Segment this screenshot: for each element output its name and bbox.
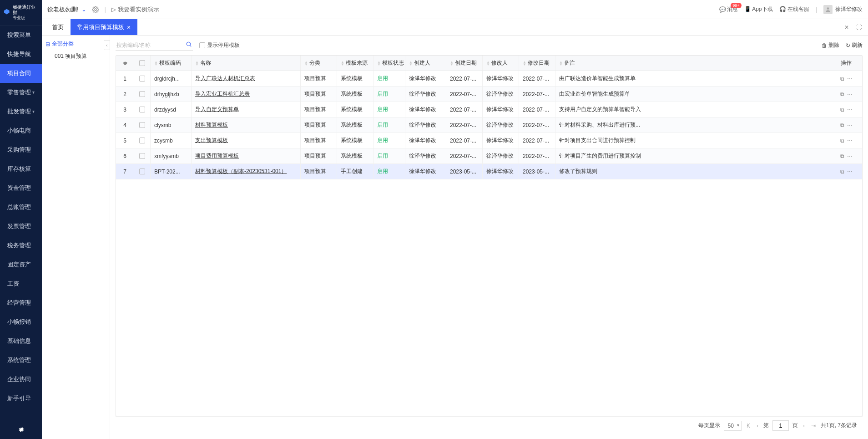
- close-tab-icon[interactable]: ×: [127, 24, 131, 31]
- row-name-link[interactable]: 材料预算模板（副本-20230531-001）: [192, 164, 301, 179]
- sidebar-item-14[interactable]: 经营管理: [0, 293, 42, 312]
- category-root[interactable]: ⊟ 全部分类: [45, 40, 106, 48]
- row-name-link[interactable]: 导入广联达人材机汇总表: [192, 71, 301, 86]
- col-cdate[interactable]: ▲▼创建日期: [446, 56, 483, 71]
- close-all-tabs-icon[interactable]: ✕: [843, 22, 851, 32]
- sidebar-item-17[interactable]: 系统管理: [0, 351, 42, 370]
- page-input[interactable]: [772, 420, 789, 431]
- category-item[interactable]: 001 项目预算: [45, 48, 106, 60]
- sidebar-item-7[interactable]: 库存核算: [0, 159, 42, 179]
- customer-service-button[interactable]: 🎧 在线客服: [779, 5, 809, 13]
- sidebar-item-1[interactable]: 快捷导航: [0, 45, 42, 64]
- view-icon[interactable]: ⧉: [840, 122, 844, 128]
- tabs: 首页 常用项目预算模板 × ✕ ⛶: [42, 19, 868, 36]
- col-status[interactable]: ▲▼模板状态: [373, 56, 405, 71]
- row-note: 支持用户自定义的预算单智能导入: [555, 102, 830, 117]
- view-icon[interactable]: ⧉: [840, 168, 844, 175]
- row-checkbox[interactable]: [134, 133, 151, 148]
- more-icon[interactable]: ⋯: [847, 168, 853, 175]
- tab-home[interactable]: 首页: [45, 19, 71, 35]
- row-category: 项目预算: [301, 71, 337, 86]
- col-settings[interactable]: [116, 56, 134, 71]
- org-selector[interactable]: 徐老板勿删! ⌄: [47, 5, 86, 14]
- col-select-all[interactable]: [134, 56, 151, 71]
- more-icon[interactable]: ⋯: [847, 91, 853, 97]
- sidebar-item-0[interactable]: 搜索菜单: [0, 26, 42, 45]
- app-download-button[interactable]: 📱 App下载: [744, 5, 773, 13]
- row-checkbox[interactable]: [134, 117, 151, 133]
- demo-link[interactable]: ▷ 我要看实例演示: [111, 5, 159, 14]
- page-summary: 共1页, 7条记录: [821, 422, 857, 429]
- table-row[interactable]: 2drhygljhzb导入宏业工料机汇总表项目预算系统模板启用徐泽华修改2022…: [116, 87, 862, 102]
- col-code[interactable]: ▲▼模板编码: [151, 56, 192, 71]
- messages-button[interactable]: 💬 消息 99+: [719, 5, 738, 13]
- view-icon[interactable]: ⧉: [840, 107, 844, 113]
- row-modifier: 徐泽华修改: [483, 164, 519, 179]
- more-icon[interactable]: ⋯: [847, 76, 853, 82]
- col-note[interactable]: ▲▼备注: [555, 56, 830, 71]
- table-row[interactable]: 4clysmb材料预算模板项目预算系统模板启用徐泽华修改2022-07-...徐…: [116, 117, 862, 133]
- prev-page-button[interactable]: ‹: [755, 423, 760, 429]
- search-input[interactable]: [116, 40, 193, 51]
- expand-icon[interactable]: ⛶: [854, 22, 863, 32]
- row-name-link[interactable]: 项目费用预算模板: [192, 148, 301, 163]
- row-category: 项目预算: [301, 117, 337, 133]
- next-page-button[interactable]: ›: [802, 423, 806, 429]
- col-creator[interactable]: ▲▼创建人: [405, 56, 446, 71]
- sidebar-item-5[interactable]: 小畅电商: [0, 121, 42, 140]
- row-name-link[interactable]: 材料预算模板: [192, 117, 301, 133]
- delete-button[interactable]: 🗑 删除: [822, 41, 839, 49]
- sidebar-item-15[interactable]: 小畅报销: [0, 312, 42, 332]
- more-icon[interactable]: ⋯: [847, 138, 853, 144]
- col-mdate[interactable]: ▲▼修改日期: [519, 56, 555, 71]
- refresh-button[interactable]: ↻ 刷新: [846, 41, 863, 49]
- last-page-button[interactable]: ⇥: [810, 423, 817, 429]
- table-row[interactable]: 3drzdyysd导入自定义预算单项目预算系统模板启用徐泽华修改2022-07-…: [116, 102, 862, 117]
- view-icon[interactable]: ⧉: [840, 153, 844, 159]
- settings-icon[interactable]: [92, 6, 99, 13]
- more-icon[interactable]: ⋯: [847, 153, 853, 159]
- col-category[interactable]: ▲▼分类: [301, 56, 337, 71]
- view-icon[interactable]: ⧉: [840, 91, 844, 97]
- col-modifier[interactable]: ▲▼修改人: [483, 56, 519, 71]
- sidebar-item-18[interactable]: 企业协同: [0, 370, 42, 389]
- table-row[interactable]: 6xmfyysmb项目费用预算模板项目预算系统模板启用徐泽华修改2022-07-…: [116, 148, 862, 164]
- sidebar-item-10[interactable]: 发票管理: [0, 217, 42, 236]
- view-icon[interactable]: ⧉: [840, 76, 844, 82]
- sidebar-item-8[interactable]: 资金管理: [0, 179, 42, 198]
- first-page-button[interactable]: K: [745, 423, 752, 429]
- table-row[interactable]: 7BPT-202...材料预算模板（副本-20230531-001）项目预算手工…: [116, 164, 862, 179]
- table-row[interactable]: 5zcysmb支出预算模板项目预算系统模板启用徐泽华修改2022-07-...徐…: [116, 133, 862, 148]
- sidebar-item-19[interactable]: 新手引导: [0, 389, 42, 408]
- row-checkbox[interactable]: [134, 102, 151, 117]
- sidebar-item-2[interactable]: 项目合同: [0, 64, 42, 83]
- row-name-link[interactable]: 导入自定义预算单: [192, 102, 301, 117]
- col-source[interactable]: ▲▼模板来源: [337, 56, 373, 71]
- user-menu[interactable]: 徐泽华修改: [823, 5, 863, 14]
- settings-button[interactable]: [0, 421, 42, 439]
- sidebar-item-12[interactable]: 固定资产: [0, 255, 42, 274]
- sidebar-item-13[interactable]: 工资: [0, 274, 42, 293]
- sidebar-item-4[interactable]: 批发管理▾: [0, 102, 42, 121]
- row-checkbox[interactable]: [134, 164, 151, 179]
- view-icon[interactable]: ⧉: [840, 138, 844, 144]
- more-icon[interactable]: ⋯: [847, 107, 853, 113]
- row-name-link[interactable]: 导入宏业工料机汇总表: [192, 87, 301, 102]
- more-icon[interactable]: ⋯: [847, 122, 853, 128]
- row-checkbox[interactable]: [134, 148, 151, 163]
- sidebar-item-11[interactable]: 税务管理: [0, 236, 42, 255]
- row-checkbox[interactable]: [134, 87, 151, 102]
- show-disabled-checkbox[interactable]: 显示停用模板: [199, 41, 240, 49]
- col-name[interactable]: ▲▼名称: [192, 56, 301, 71]
- sidebar-item-3[interactable]: 零售管理▾: [0, 83, 42, 102]
- sidebar-item-16[interactable]: 基础信息: [0, 332, 42, 351]
- tab-current[interactable]: 常用项目预算模板 ×: [71, 19, 137, 35]
- per-page-select[interactable]: 50: [724, 421, 742, 431]
- sidebar-item-6[interactable]: 采购管理: [0, 140, 42, 159]
- table-row[interactable]: 1drgldrcjh...导入广联达人材机汇总表项目预算系统模板启用徐泽华修改2…: [116, 71, 862, 87]
- row-name-link[interactable]: 支出预算模板: [192, 133, 301, 148]
- search-icon[interactable]: [186, 41, 192, 49]
- sidebar-item-9[interactable]: 总账管理: [0, 198, 42, 217]
- row-checkbox[interactable]: [134, 71, 151, 86]
- collapse-panel-button[interactable]: ‹: [104, 40, 110, 50]
